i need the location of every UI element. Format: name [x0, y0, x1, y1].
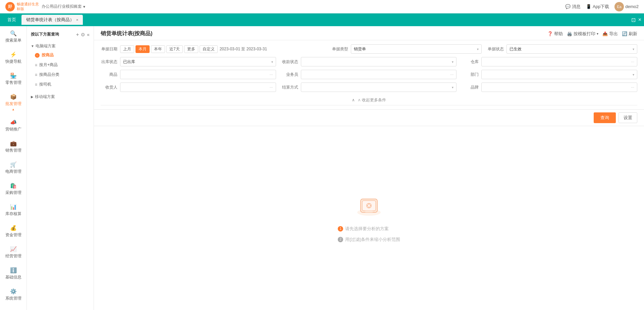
tab-sales-stat[interactable]: 销货单统计表（按商品） ×	[21, 15, 83, 25]
step2-icon: 2	[338, 237, 343, 242]
filter-item-by-printer[interactable]: ≡ 按司机	[27, 80, 94, 89]
message-button[interactable]: 💬 消息	[565, 4, 581, 10]
action-bar: 查询 设置	[94, 110, 644, 126]
help-button[interactable]: ❓ 帮助	[547, 31, 563, 37]
wholesale-icon: 📦	[10, 94, 17, 100]
recipient-more-icon[interactable]: ···	[270, 85, 273, 90]
date-range-text: 2023-03-01 至 2023-03-31	[220, 46, 267, 52]
dept-label: 部门	[462, 72, 479, 78]
sidebar-item-basic-info[interactable]: ℹ️ 基础信息	[0, 263, 26, 284]
close-window-icon[interactable]: ×	[638, 17, 641, 23]
main-panel: 销货单统计表(按商品) ❓ 帮助 🖨️ 按模板打印 ▾ 📤 导出	[94, 26, 644, 310]
filter-item-by-product[interactable]: ○ 按商品	[27, 50, 94, 60]
product-input[interactable]: ···	[120, 70, 276, 79]
page-actions: ❓ 帮助 🖨️ 按模板打印 ▾ 📤 导出 🔄 刷新	[547, 31, 637, 37]
doc-status-select[interactable]: 已生效 ▾	[506, 44, 637, 54]
scheme-icon-month: ≡	[35, 63, 37, 67]
sidebar-item-marketing[interactable]: 📣 营销推广	[0, 115, 26, 136]
scheme-icon-printer: ≡	[35, 82, 37, 87]
empty-state: 1 请先选择要分析的方案 2 用[过滤]条件来缩小分析范围	[94, 126, 644, 310]
filter-field-doc-type: 单据类型 销货单 ▾	[331, 44, 482, 54]
settings-button[interactable]: 设置	[619, 112, 637, 123]
restore-window-icon[interactable]: ⊡	[631, 17, 636, 23]
filter-section-mobile: ▶ 移动端方案	[27, 91, 94, 102]
recipient-input[interactable]: ···	[120, 83, 276, 92]
main-layout: 🔍 搜索菜单 ⚡ 快捷导航 🏪 零售管理 📦 批发管理 ▲ 📣 营销推广 💼 销…	[0, 26, 644, 310]
print-icon: 🖨️	[567, 31, 572, 36]
inventory-icon: 📊	[10, 204, 17, 210]
doc-status-label: 单据状态	[487, 46, 504, 52]
app-download-button[interactable]: 📱 App下载	[586, 4, 609, 10]
date-btn-more[interactable]: 更多	[184, 45, 198, 53]
filter-field-out-status: 出库状态 已出库 ▾	[101, 57, 276, 66]
sidebar-item-finance[interactable]: 💰 资金管理	[0, 221, 26, 242]
filter-sidebar-header: 按以下方案查询 + ⊙ «	[27, 29, 94, 40]
filter-sidebar: 按以下方案查询 + ⊙ « ▼ 电脑端方案 ○ 按商品 ≡ 按月	[27, 26, 94, 310]
sidebar-item-inventory[interactable]: 📊 库存核算	[0, 200, 26, 221]
breadcrumb[interactable]: 办公用品行业模拟账套 ▾	[42, 4, 85, 9]
product-more-icon[interactable]: ···	[270, 72, 273, 77]
page-title: 销货单统计表(按商品)	[101, 30, 153, 37]
filter-item-by-category[interactable]: ≡ 按商品分类	[27, 70, 94, 80]
sidebar-item-sales-mgmt[interactable]: 💼 销售管理	[0, 136, 26, 157]
collect-status-arrow-icon: ▾	[452, 60, 453, 64]
quick-nav-icon: ⚡	[10, 51, 17, 58]
tab-bar-right: ⊡ ×	[631, 17, 641, 23]
sidebar-item-wholesale[interactable]: 📦 批发管理 ▲	[0, 90, 26, 115]
tab-home[interactable]: 首页	[3, 15, 21, 25]
dept-select[interactable]: ▾	[481, 70, 637, 79]
sidebar-item-purchase[interactable]: 🛍️ 采购管理	[0, 178, 26, 200]
top-bar-left: 好 畅捷通好生意 标版 办公用品行业模拟账套 ▾	[5, 2, 85, 11]
filter-collapse-icon[interactable]: «	[87, 32, 90, 37]
finance-icon: 💰	[10, 225, 17, 231]
basic-info-icon: ℹ️	[10, 267, 17, 273]
filter-add-icon[interactable]: +	[76, 32, 79, 37]
doc-type-label: 单据类型	[331, 46, 348, 52]
filter-field-recipient: 收货人 ···	[101, 83, 276, 92]
date-btn-this-month[interactable]: 本月	[136, 45, 150, 53]
sidebar-item-operation[interactable]: 📈 经营管理	[0, 242, 26, 263]
sidebar-item-ecommerce[interactable]: 🛒 电商管理	[0, 157, 26, 178]
doc-status-arrow-icon: ▾	[633, 47, 634, 51]
collapse-bar[interactable]: ∧ ∧ 收起更多条件	[101, 95, 637, 105]
salesperson-input[interactable]: ···	[301, 70, 457, 79]
tab-close-icon[interactable]: ×	[76, 18, 78, 22]
tab-bar: 首页 销货单统计表（按商品） × ⊡ ×	[0, 13, 644, 26]
collect-status-select[interactable]: ▾	[301, 57, 457, 66]
warehouse-input[interactable]: ···	[481, 57, 637, 66]
brand-input[interactable]: ···	[481, 83, 637, 92]
filter-row-1: 单据日期 上月 本月 本年 近7天 更多 自定义 2023-03-01 至 20…	[101, 44, 637, 54]
user-menu[interactable]: Ea demo2	[614, 2, 639, 11]
collapse-icon: ∧	[352, 98, 355, 102]
filter-section-desktop-title: ▼ 电脑端方案	[27, 41, 94, 50]
top-bar-right: 💬 消息 📱 App下载 Ea demo2	[565, 2, 639, 11]
sidebar-item-retail[interactable]: 🏪 零售管理	[0, 68, 26, 90]
date-btn-last7[interactable]: 近7天	[166, 45, 183, 53]
settle-select[interactable]: ▾	[301, 83, 457, 92]
warehouse-more-icon[interactable]: ···	[631, 59, 634, 64]
doc-type-arrow-icon: ▾	[477, 47, 479, 51]
doc-type-select[interactable]: 销货单 ▾	[351, 44, 482, 54]
brand-more-icon[interactable]: ···	[631, 85, 634, 90]
refresh-button[interactable]: 🔄 刷新	[622, 31, 637, 37]
sidebar-item-enterprise[interactable]: 🤝 企业协同	[0, 305, 26, 310]
content-area: 按以下方案查询 + ⊙ « ▼ 电脑端方案 ○ 按商品 ≡ 按月	[27, 26, 644, 310]
logo-text: 畅捷通好生意 标版	[17, 2, 39, 11]
template-print-button[interactable]: 🖨️ 按模板打印 ▾	[567, 31, 598, 37]
filter-field-dept: 部门 ▾	[462, 70, 637, 79]
sidebar-item-system[interactable]: ⚙️ 系统管理	[0, 284, 26, 305]
template-print-arrow-icon: ▾	[597, 32, 598, 36]
export-button[interactable]: 📤 导出	[602, 31, 618, 37]
out-status-select[interactable]: 已出库 ▾	[120, 57, 276, 66]
filter-field-warehouse: 仓库 ···	[462, 57, 637, 66]
query-button[interactable]: 查询	[594, 112, 616, 123]
date-btn-custom[interactable]: 自定义	[200, 45, 218, 53]
sidebar-item-quick-nav[interactable]: ⚡ 快捷导航	[0, 47, 26, 68]
salesperson-more-icon[interactable]: ···	[450, 72, 453, 77]
step1-icon: 1	[338, 226, 343, 231]
date-btn-this-year[interactable]: 本年	[151, 45, 165, 53]
date-btn-last-month[interactable]: 上月	[120, 45, 134, 53]
sidebar-item-search[interactable]: 🔍 搜索菜单	[0, 26, 26, 47]
filter-settings-icon[interactable]: ⊙	[81, 32, 85, 37]
filter-item-by-month-product[interactable]: ≡ 按月+商品	[27, 60, 94, 70]
